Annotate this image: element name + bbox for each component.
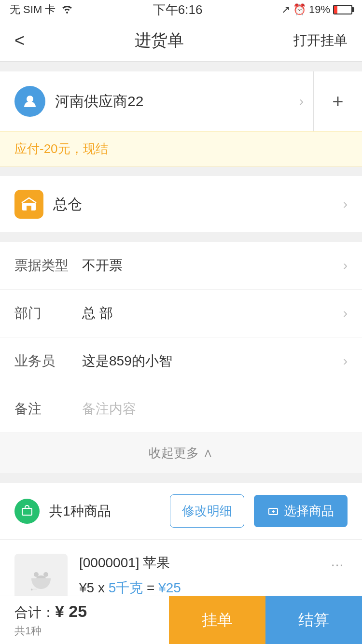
chevron-right-icon: › — [299, 94, 304, 109]
product-count-icon — [14, 499, 40, 524]
select-product-button[interactable]: 选择商品 — [254, 495, 348, 527]
location-icon: ↗ — [281, 3, 290, 16]
warehouse-icon — [14, 190, 43, 219]
invoice-label: 票据类型 — [14, 256, 82, 275]
status-left: 无 SIM 卡 — [10, 2, 74, 17]
product-name: [0000001] 苹果 — [79, 554, 315, 572]
alarm-icon: ⏰ — [293, 3, 306, 16]
dept-chevron-icon: › — [343, 306, 348, 321]
supplier-avatar — [14, 86, 45, 117]
nav-bar: < 进货单 打开挂单 — [0, 19, 362, 62]
carrier-text: 无 SIM 卡 — [10, 2, 56, 17]
supplier-select[interactable]: 河南供应商22 › — [0, 71, 314, 131]
hang-order-button[interactable]: 挂单 — [169, 596, 265, 644]
product-info: [0000001] 苹果 ¥5 x 5千克 = ¥25 — [79, 554, 315, 597]
gap-3 — [0, 232, 362, 242]
salesperson-row[interactable]: 业务员 这是859的小智 › — [0, 337, 362, 385]
svg-point-0 — [27, 96, 33, 102]
svg-rect-3 — [22, 508, 32, 515]
edit-detail-button[interactable]: 修改明细 — [170, 494, 244, 528]
invoice-type-row[interactable]: 票据类型 不开票 › — [0, 242, 362, 290]
warehouse-name: 总仓 — [53, 195, 338, 214]
remark-placeholder: 备注内容 — [82, 400, 348, 418]
warehouse-section[interactable]: 总仓 › — [0, 176, 362, 232]
remark-row[interactable]: 备注 备注内容 — [0, 385, 362, 433]
total-amount-row: 合计：¥ 25 — [14, 602, 154, 622]
select-product-icon — [267, 505, 279, 517]
supplier-name: 河南供应商22 — [55, 92, 294, 112]
gap-2 — [0, 167, 362, 176]
status-time: 下午6:16 — [153, 1, 203, 18]
invoice-value: 不开票 — [82, 256, 338, 275]
total-label: 合计： — [14, 605, 55, 620]
total-amount: ¥ 25 — [55, 602, 87, 620]
salesperson-value: 这是859的小智 — [82, 352, 338, 370]
salesperson-chevron-icon: › — [343, 353, 348, 369]
open-pending-button[interactable]: 打开挂单 — [293, 31, 348, 50]
total-section: 合计：¥ 25 共1种 — [0, 602, 169, 638]
svg-text:●十: ●十 — [30, 587, 37, 592]
collapse-bar[interactable]: 收起更多 ∧ — [0, 433, 362, 473]
dept-row[interactable]: 部门 总 部 › — [0, 290, 362, 337]
notice-bar: 应付-20元，现结 — [0, 131, 362, 167]
product-more-button[interactable]: ··· — [327, 554, 348, 575]
status-bar: 无 SIM 卡 下午6:16 ↗ ⏰ 19% — [0, 0, 362, 19]
total-sub: 共1种 — [14, 624, 154, 638]
gap-1 — [0, 62, 362, 71]
product-price: ¥5 x 5千克 = ¥25 — [79, 579, 315, 597]
add-supplier-button[interactable]: + — [314, 91, 362, 112]
supplier-section: 河南供应商22 › + — [0, 71, 362, 131]
settle-button[interactable]: 结算 — [265, 596, 362, 644]
svg-rect-2 — [27, 206, 31, 210]
salesperson-label: 业务员 — [14, 352, 82, 370]
form-section: 票据类型 不开票 › 部门 总 部 › 业务员 这是859的小智 › 备注 备注… — [0, 242, 362, 433]
remark-label: 备注 — [14, 400, 82, 418]
status-right: ↗ ⏰ 19% — [281, 3, 352, 16]
battery-percent: 19% — [309, 3, 330, 16]
dept-value: 总 部 — [82, 304, 338, 322]
warehouse-chevron-icon: › — [343, 196, 348, 212]
page-title: 进货单 — [135, 29, 184, 52]
battery-icon — [333, 5, 352, 14]
product-header: 共1种商品 修改明细 选择商品 — [0, 483, 362, 539]
wifi-icon — [60, 3, 74, 16]
bottom-bar: 合计：¥ 25 共1种 挂单 结算 — [0, 596, 362, 644]
gap-4 — [0, 473, 362, 483]
back-button[interactable]: < — [14, 30, 25, 51]
product-count-text: 共1种商品 — [49, 502, 160, 520]
invoice-chevron-icon: › — [343, 258, 348, 273]
dept-label: 部门 — [14, 304, 82, 322]
